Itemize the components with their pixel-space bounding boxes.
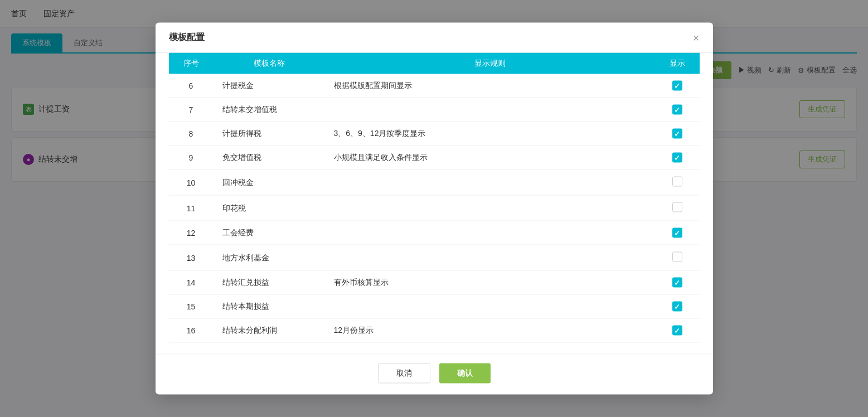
cell-name: 结转未分配利润 bbox=[214, 318, 325, 342]
cell-name: 计提所得税 bbox=[214, 122, 325, 146]
col-name: 模板名称 bbox=[214, 53, 325, 74]
cell-name: 免交增值税 bbox=[214, 146, 325, 169]
cell-rule bbox=[325, 98, 655, 122]
cell-name: 工会经费 bbox=[214, 221, 325, 245]
cell-rule bbox=[325, 245, 655, 270]
table-row: 14结转汇兑损益有外币核算显示 bbox=[169, 270, 700, 294]
cell-seq: 7 bbox=[169, 98, 214, 122]
cell-seq: 12 bbox=[169, 221, 214, 245]
cell-rule bbox=[325, 169, 655, 195]
cell-rule: 有外币核算显示 bbox=[325, 270, 655, 294]
checkbox-checked[interactable] bbox=[672, 129, 682, 139]
checkbox-checked[interactable] bbox=[672, 326, 682, 336]
cell-checkbox[interactable] bbox=[655, 318, 700, 342]
cell-name: 计提税金 bbox=[214, 74, 325, 98]
table-row: 12工会经费 bbox=[169, 221, 700, 245]
modal-close-button[interactable]: × bbox=[693, 32, 700, 43]
table-row: 11印花税 bbox=[169, 195, 700, 221]
cell-rule bbox=[325, 195, 655, 221]
cell-rule: 小规模且满足收入条件显示 bbox=[325, 146, 655, 169]
modal-title: 模板配置 bbox=[169, 32, 205, 43]
cell-name: 结转本期损益 bbox=[214, 294, 325, 318]
checkbox-unchecked[interactable] bbox=[672, 252, 682, 262]
cell-seq: 16 bbox=[169, 318, 214, 342]
table-row: 10回冲税金 bbox=[169, 169, 700, 195]
col-rule: 显示规则 bbox=[325, 53, 655, 74]
cell-seq: 11 bbox=[169, 195, 214, 221]
table-row: 6计提税金根据模版配置期间显示 bbox=[169, 74, 700, 98]
cell-seq: 9 bbox=[169, 146, 214, 169]
cell-rule bbox=[325, 221, 655, 245]
cell-seq: 10 bbox=[169, 169, 214, 195]
modal-header: 模板配置 × bbox=[156, 23, 713, 53]
cell-checkbox[interactable] bbox=[655, 98, 700, 122]
table-row: 9免交增值税小规模且满足收入条件显示 bbox=[169, 146, 700, 169]
cell-seq: 13 bbox=[169, 245, 214, 270]
cell-checkbox[interactable] bbox=[655, 221, 700, 245]
cell-checkbox[interactable] bbox=[655, 146, 700, 169]
checkbox-unchecked[interactable] bbox=[672, 177, 682, 187]
table-row: 13地方水利基金 bbox=[169, 245, 700, 270]
cell-name: 结转未交增值税 bbox=[214, 98, 325, 122]
modal-footer: 取消 确认 bbox=[156, 354, 713, 395]
table-header: 序号 模板名称 显示规则 显示 bbox=[169, 53, 700, 74]
cell-name: 回冲税金 bbox=[214, 169, 325, 195]
cell-checkbox[interactable] bbox=[655, 74, 700, 98]
cell-name: 地方水利基金 bbox=[214, 245, 325, 270]
checkbox-checked[interactable] bbox=[672, 105, 682, 115]
cell-seq: 14 bbox=[169, 270, 214, 294]
table-row: 15结转本期损益 bbox=[169, 294, 700, 318]
cell-seq: 15 bbox=[169, 294, 214, 318]
cell-name: 结转汇兑损益 bbox=[214, 270, 325, 294]
cell-seq: 8 bbox=[169, 122, 214, 146]
confirm-button[interactable]: 确认 bbox=[439, 363, 491, 384]
col-display: 显示 bbox=[655, 53, 700, 74]
checkbox-checked[interactable] bbox=[672, 302, 682, 312]
table-row: 8计提所得税3、6、9、12月按季度显示 bbox=[169, 122, 700, 146]
cell-rule: 根据模版配置期间显示 bbox=[325, 74, 655, 98]
table-row: 7结转未交增值税 bbox=[169, 98, 700, 122]
cell-checkbox[interactable] bbox=[655, 294, 700, 318]
cell-seq: 6 bbox=[169, 74, 214, 98]
checkbox-checked[interactable] bbox=[672, 81, 682, 91]
cell-name: 印花税 bbox=[214, 195, 325, 221]
table-row: 16结转未分配利润12月份显示 bbox=[169, 318, 700, 342]
cell-rule bbox=[325, 294, 655, 318]
template-config-modal: 模板配置 × 序号 模板名称 显示规则 显示 6计提税金根据模版配置期间显示7结… bbox=[156, 23, 713, 395]
table-body: 6计提税金根据模版配置期间显示7结转未交增值税8计提所得税3、6、9、12月按季… bbox=[169, 74, 700, 343]
cancel-button[interactable]: 取消 bbox=[378, 363, 430, 384]
config-table: 序号 模板名称 显示规则 显示 6计提税金根据模版配置期间显示7结转未交增值税8… bbox=[169, 53, 700, 343]
modal-body: 序号 模板名称 显示规则 显示 6计提税金根据模版配置期间显示7结转未交增值税8… bbox=[156, 53, 713, 354]
cell-rule: 3、6、9、12月按季度显示 bbox=[325, 122, 655, 146]
cell-checkbox[interactable] bbox=[655, 270, 700, 294]
checkbox-checked[interactable] bbox=[672, 153, 682, 163]
cell-checkbox[interactable] bbox=[655, 195, 700, 221]
cell-checkbox[interactable] bbox=[655, 245, 700, 270]
cell-checkbox[interactable] bbox=[655, 122, 700, 146]
cell-checkbox[interactable] bbox=[655, 169, 700, 195]
cell-rule: 12月份显示 bbox=[325, 318, 655, 342]
col-seq: 序号 bbox=[169, 53, 214, 74]
checkbox-checked[interactable] bbox=[672, 278, 682, 288]
checkbox-checked[interactable] bbox=[672, 228, 682, 238]
checkbox-unchecked[interactable] bbox=[672, 202, 682, 212]
